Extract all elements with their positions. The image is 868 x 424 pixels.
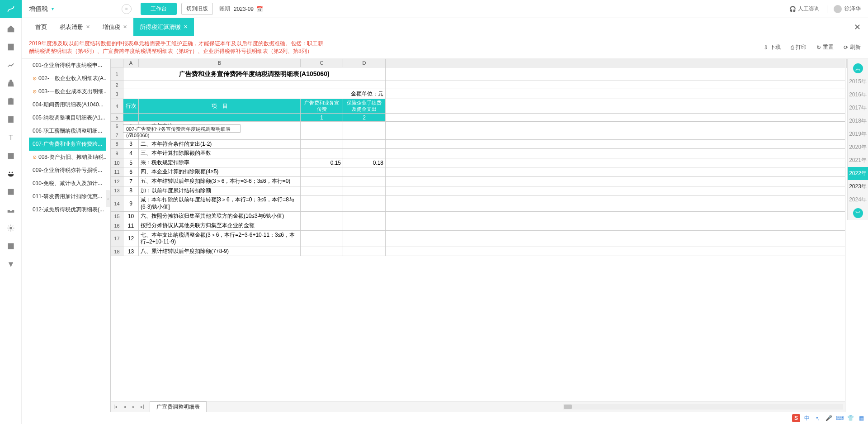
consult-label: 人工咨询 (798, 5, 820, 13)
tab-2[interactable]: 增值税✕ (96, 18, 133, 19)
module-dropdown-icon[interactable]: ▾ (52, 6, 54, 11)
top-header: 增值税 ▾ ≡ 工作台 切到旧版 账期 2023-09 📅 🎧 人工咨询 徐泽华 (0, 0, 868, 18)
headset-icon: 🎧 (789, 6, 796, 12)
period-value[interactable]: 2023-09 (234, 6, 254, 12)
username[interactable]: 徐泽华 (844, 5, 861, 13)
workspace-button[interactable]: 工作台 (141, 3, 177, 15)
old-version-button[interactable]: 切到旧版 (181, 3, 213, 15)
period-label: 账期 (219, 5, 230, 13)
divider (827, 5, 827, 13)
tab-1[interactable]: 税表清册✕ (53, 18, 96, 19)
avatar-icon[interactable] (834, 5, 842, 13)
tab-3[interactable]: 所得税汇算清缴✕ (133, 18, 194, 19)
tab-0[interactable]: 首页 (29, 18, 53, 19)
app-logo[interactable] (0, 0, 22, 18)
calendar-icon[interactable]: 📅 (256, 6, 263, 12)
consult-button[interactable]: 🎧 人工咨询 (789, 5, 820, 13)
doc-icon[interactable]: ≡ (122, 4, 132, 14)
module-title: 增值税 (29, 5, 48, 13)
